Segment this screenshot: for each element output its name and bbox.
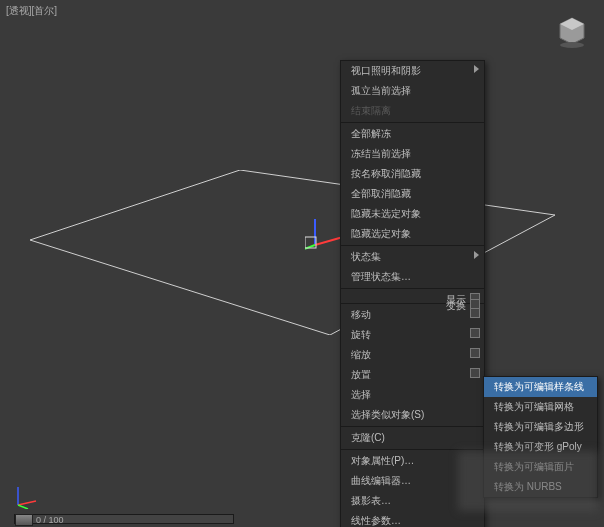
menu-item[interactable]: 隐藏选定对象 (341, 224, 484, 244)
checkbox-icon (470, 328, 480, 338)
menu-item: 结束隔离 (341, 101, 484, 121)
svg-line-2 (315, 237, 343, 245)
timeline-knob[interactable] (15, 514, 33, 526)
viewport-label[interactable]: [透视][首尔] (6, 4, 57, 18)
menu-item[interactable]: 全部取消隐藏 (341, 184, 484, 204)
menu-item[interactable]: 全部解冻 (341, 124, 484, 144)
menu-separator (341, 449, 484, 450)
checkbox-icon (470, 308, 480, 318)
submenu-item[interactable]: 转换为可编辑网格 (484, 397, 597, 417)
menu-item[interactable]: 线性参数… (341, 511, 484, 527)
menu-item[interactable]: 旋转 (341, 325, 484, 345)
timeline-label: 0 / 100 (36, 515, 64, 525)
menu-separator (341, 122, 484, 123)
menu-item[interactable]: 克隆(C) (341, 428, 484, 448)
menu-item[interactable]: 变换 (341, 296, 484, 302)
menu-item[interactable]: 缩放 (341, 345, 484, 365)
svg-point-7 (560, 42, 584, 48)
menu-item[interactable]: 选择 (341, 385, 484, 405)
chevron-right-icon (474, 65, 479, 73)
menu-item[interactable]: 选择类似对象(S) (341, 405, 484, 425)
svg-line-9 (18, 501, 36, 505)
menu-item[interactable]: 管理状态集… (341, 267, 484, 287)
menu-item[interactable]: 移动 (341, 305, 484, 325)
menu-separator (341, 245, 484, 246)
menu-separator (341, 288, 484, 289)
menu-item[interactable]: 隐藏未选定对象 (341, 204, 484, 224)
menu-item[interactable]: 孤立当前选择 (341, 81, 484, 101)
transform-gizmo[interactable] (305, 215, 345, 255)
chevron-right-icon (474, 251, 479, 259)
menu-item[interactable]: 冻结当前选择 (341, 144, 484, 164)
watermark-blur (458, 451, 598, 511)
submenu-item[interactable]: 转换为可编辑样条线 (484, 377, 597, 397)
menu-item[interactable]: 视口照明和阴影 (341, 61, 484, 81)
menu-separator (341, 426, 484, 427)
menu-item[interactable]: 放置 (341, 365, 484, 385)
svg-line-10 (18, 505, 28, 509)
menu-item[interactable]: 状态集 (341, 247, 484, 267)
checkbox-icon (470, 348, 480, 358)
submenu-item[interactable]: 转换为可编辑多边形 (484, 417, 597, 437)
viewcube-icon[interactable] (554, 14, 590, 50)
checkbox-icon (470, 368, 480, 378)
axis-tripod-icon (14, 481, 42, 509)
menu-item[interactable]: 按名称取消隐藏 (341, 164, 484, 184)
